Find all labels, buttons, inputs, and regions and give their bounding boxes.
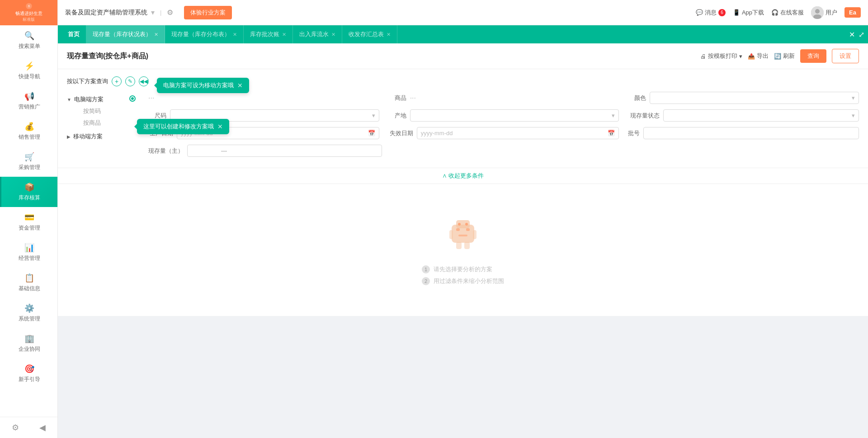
system-icon: ⚙️ xyxy=(24,303,34,313)
collapse-icon: ∧ xyxy=(442,172,447,179)
settings-topbar-icon[interactable]: ⚙ xyxy=(167,8,173,17)
app-download-btn[interactable]: 📱 App下载 xyxy=(733,9,764,17)
sidebar-item-purchase[interactable]: 🛒 采购管理 xyxy=(0,146,57,177)
child-jianma-label: 按简码 xyxy=(83,107,101,115)
logo: 6 畅通进好生意 标准版 xyxy=(0,0,57,25)
page-title: 现存量查询(按仓库+商品) xyxy=(67,52,148,61)
industry-btn[interactable]: 体验行业方案 xyxy=(184,6,232,19)
add-scheme-btn[interactable]: + xyxy=(112,76,122,86)
calendar-icon-2: 📅 xyxy=(608,130,615,137)
filter-label: 按以下方案查询 xyxy=(67,77,108,85)
search-btn[interactable]: 查询 xyxy=(800,49,826,63)
prev-scheme-btn[interactable]: ◀◀ xyxy=(139,76,149,86)
sidebar-item-finance-label: 资金管理 xyxy=(19,224,40,232)
refresh-btn[interactable]: 🔄 刷新 xyxy=(774,52,795,60)
tab-inventory-dist[interactable]: 现存量（库存分布表） ✕ xyxy=(165,25,244,43)
close-all-tabs-btn[interactable]: ✕ xyxy=(849,30,855,39)
filter-fields-area: ··· 商品 ··· 颜色 ▾ xyxy=(148,92,859,160)
maximize-tabs-btn[interactable]: ⤢ xyxy=(859,30,864,39)
sidebar-item-operation[interactable]: 📊 经营管理 xyxy=(0,237,57,268)
tooltip2-close[interactable]: ✕ xyxy=(217,123,223,130)
tooltip1-close[interactable]: ✕ xyxy=(237,82,243,89)
quick-icon: ⚡ xyxy=(24,61,34,71)
export-btn[interactable]: 📤 导出 xyxy=(748,52,769,60)
page-header: 现存量查询(按仓库+商品) 🖨 按模板打印 ▾ 📤 导出 🔄 刷新 查询 设置 xyxy=(58,43,868,69)
tree-mobile-scheme[interactable]: ▶ 移动端方案 xyxy=(67,131,139,142)
filter-origin-arrow: ▾ xyxy=(612,112,615,119)
dropdown-arrow[interactable]: ▾ xyxy=(151,8,155,17)
tab-receive-summary[interactable]: 收发存汇总表 ✕ xyxy=(342,25,397,43)
filter-size-arrow: ▾ xyxy=(372,112,375,119)
sidebar-item-base[interactable]: 📋 基础信息 xyxy=(0,268,57,298)
corp-icon: 🏢 xyxy=(24,334,34,344)
filter-dots-2: ··· xyxy=(410,94,416,102)
tab-inout-flow-close[interactable]: ✕ xyxy=(331,32,335,38)
filter-inv-qty-min[interactable] xyxy=(191,147,218,154)
range-dash: — xyxy=(221,147,227,154)
filter-row-4: 现存量（主） — xyxy=(148,145,859,157)
sidebar-item-sales[interactable]: 💰 销售管理 xyxy=(0,116,57,146)
message-btn[interactable]: 💬 消息 6 xyxy=(696,9,726,17)
tab-inventory-status-close[interactable]: ✕ xyxy=(154,32,158,38)
sidebar-item-finance[interactable]: 💳 资金管理 xyxy=(0,207,57,237)
tab-batch-account[interactable]: 库存批次账 ✕ xyxy=(244,25,293,43)
empty-steps: 1 请先选择要分析的方案 2 用过滤条件来缩小分析范围 xyxy=(422,265,504,289)
sidebar-item-inventory-label: 库存核算 xyxy=(19,194,40,202)
sidebar-item-quick[interactable]: ⚡ 快捷导航 xyxy=(0,56,57,86)
filter-inv-status-select[interactable]: ▾ xyxy=(663,109,859,122)
sidebar-item-search[interactable]: 🔍 搜索菜单 xyxy=(0,25,57,56)
filter-row-1: ··· 商品 ··· 颜色 ▾ xyxy=(148,92,859,104)
template-print-btn[interactable]: 🖨 按模板打印 ▾ xyxy=(700,52,742,60)
tree-desktop-scheme[interactable]: ▼ 电脑端方案 xyxy=(67,94,139,105)
svg-point-3 xyxy=(815,9,820,14)
calendar-icon-1: 📅 xyxy=(368,130,375,137)
sidebar-item-inventory[interactable]: 📦 库存核算 xyxy=(0,177,57,207)
settings-btn[interactable]: 设置 xyxy=(832,49,859,63)
message-icon: 💬 xyxy=(696,9,703,16)
filter-inv-qty-range: — xyxy=(187,145,382,157)
tree-arrow-desktop: ▼ xyxy=(67,97,71,102)
phone-icon: 📱 xyxy=(733,9,740,16)
collapse-sidebar-btn[interactable]: ◀ xyxy=(39,423,46,433)
sidebar-item-system[interactable]: ⚙️ 系统管理 xyxy=(0,298,57,328)
filter-color-select[interactable]: ▾ xyxy=(650,92,859,104)
collapse-bar[interactable]: ∧ 收起更多条件 xyxy=(58,168,868,184)
filter-label-product: 商品 xyxy=(388,94,406,102)
tab-batch-account-close[interactable]: ✕ xyxy=(282,32,286,38)
filter-label-size: 尺码 xyxy=(148,112,166,120)
svg-point-4 xyxy=(813,14,821,19)
tab-home-label: 首页 xyxy=(68,30,80,38)
tab-inventory-status[interactable]: 现存量（库存状况表） ✕ xyxy=(86,25,165,43)
filter-origin-select[interactable]: ▾ xyxy=(410,109,619,122)
tab-home[interactable]: 首页 xyxy=(61,25,86,43)
filter-inv-qty-max[interactable] xyxy=(230,147,257,154)
topbar-left: 装备及固定资产辅助管理系统 ▾ | ⚙ 体验行业方案 xyxy=(65,6,232,19)
filter-batch-input[interactable] xyxy=(643,127,859,139)
sidebar-item-newbie[interactable]: 🎯 新手引导 xyxy=(0,358,57,389)
filter-expiry-date-start[interactable]: yyyy-mm-dd 📅 xyxy=(417,127,619,139)
topbar: 装备及固定资产辅助管理系统 ▾ | ⚙ 体验行业方案 💬 消息 6 📱 App下… xyxy=(58,0,868,25)
tab-batch-account-label: 库存批次账 xyxy=(250,30,279,38)
sidebar-item-corp[interactable]: 🏢 企业协同 xyxy=(0,328,57,358)
tree-desktop-label: 电脑端方案 xyxy=(74,95,104,104)
service-btn[interactable]: 🎧 在线客服 xyxy=(771,9,804,17)
tab-receive-summary-close[interactable]: ✕ xyxy=(387,32,391,38)
tab-inout-flow[interactable]: 出入库流水 ✕ xyxy=(293,25,342,43)
tree-child-product[interactable]: 按商品 xyxy=(83,117,139,129)
export-icon: 📤 xyxy=(748,53,755,60)
empty-step-2-text: 用过滤条件来缩小分析范围 xyxy=(434,277,504,285)
step-num-2: 2 xyxy=(422,277,430,285)
tab-inventory-dist-close[interactable]: ✕ xyxy=(233,32,237,38)
sidebar-item-marketing[interactable]: 📢 营销推广 xyxy=(0,86,57,116)
user-area[interactable]: 用户 xyxy=(811,6,837,19)
settings-bottom-btn[interactable]: ⚙ xyxy=(12,423,19,433)
filter-inv-status: 现存量状态 ▾ xyxy=(628,109,859,122)
sidebar-item-marketing-label: 营销推广 xyxy=(19,103,40,111)
edit-scheme-btn[interactable]: ✎ xyxy=(125,76,135,86)
filter-batch-num: 批号 xyxy=(628,127,859,139)
empty-step-2: 2 用过滤条件来缩小分析范围 xyxy=(422,277,504,285)
app-label: App下载 xyxy=(742,9,764,17)
message-badge: 6 xyxy=(718,9,726,16)
sidebar-item-operation-label: 经营管理 xyxy=(19,254,40,262)
tree-child-jianma[interactable]: 按简码 xyxy=(83,105,139,117)
